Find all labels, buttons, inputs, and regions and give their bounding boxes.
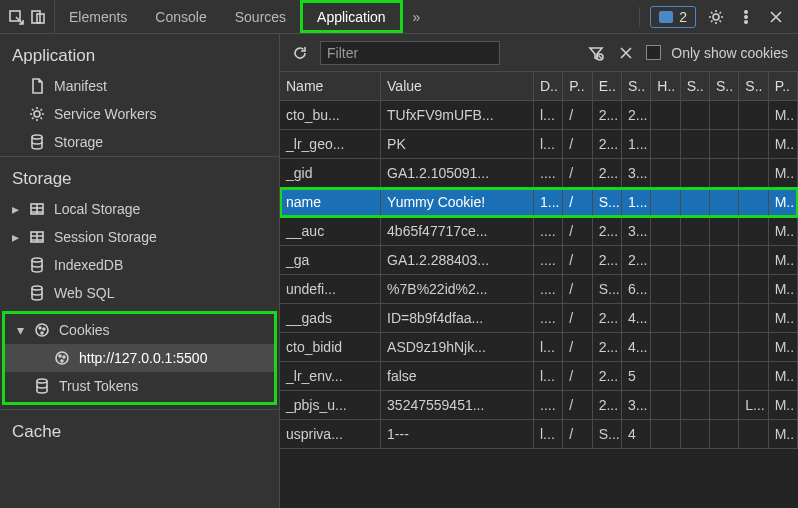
table-header-row: NameValueD..P..E..S..H..S..S..S..P.. [280,72,798,101]
table-row[interactable]: __gadsID=8b9f4dfaa......./2...4...M.. [280,304,798,333]
table-row[interactable]: nameYummy Cookie!1.../S...1...M.. [280,188,798,217]
table-cell: 2... [592,101,621,130]
svg-point-7 [34,111,40,117]
table-header-cell[interactable]: D.. [534,72,563,101]
issues-indicator[interactable]: 2 [650,6,696,28]
device-toolbar-icon[interactable] [28,7,48,27]
sidebar-item-local-storage[interactable]: ▸ Local Storage [0,195,279,223]
table-row[interactable]: __auc4b65f47717ce......./2...3...M.. [280,217,798,246]
tab-application[interactable]: Application [300,0,403,33]
table-row[interactable]: _lr_env...falsel.../2...5M.. [280,362,798,391]
table-cell: / [563,275,592,304]
table-header-cell[interactable]: E.. [592,72,621,101]
inspect-icon[interactable] [6,7,26,27]
table-cell [739,362,768,391]
sidebar-item-websql[interactable]: Web SQL [0,279,279,307]
sidebar-item-label: Cookies [59,322,110,338]
table-header-cell[interactable]: P.. [768,72,797,101]
table-cell: M.. [768,217,797,246]
table-row[interactable]: _lr_geo...PKl.../2...1...M.. [280,130,798,159]
svg-point-18 [59,355,61,357]
sidebar-item-cookies-origin[interactable]: http://127.0.0.1:5500 [5,344,274,372]
clear-filter-icon[interactable] [586,43,606,63]
sidebar-item-indexeddb[interactable]: IndexedDB [0,251,279,279]
tabs-overflow-icon[interactable]: » [403,0,431,33]
table-cell: S... [592,275,621,304]
table-row[interactable]: uspriva...1---l.../S...4M.. [280,420,798,449]
table-cell: l... [534,362,563,391]
table-cell: M.. [768,101,797,130]
svg-point-6 [745,20,747,22]
table-cell: .... [534,246,563,275]
table-row[interactable]: _pbjs_u...35247559451......./2...3...L..… [280,391,798,420]
table-cell [651,420,680,449]
cookies-table-wrap[interactable]: NameValueD..P..E..S..H..S..S..S..P.. cto… [280,72,798,508]
table-cell [680,420,709,449]
tab-elements[interactable]: Elements [55,0,141,33]
tab-sources[interactable]: Sources [221,0,300,33]
sidebar-item-session-storage[interactable]: ▸ Session Storage [0,223,279,251]
table-cell: 2... [621,101,650,130]
sidebar-item-storage-overview[interactable]: Storage [0,128,279,156]
tab-console[interactable]: Console [141,0,220,33]
table-header-cell[interactable]: P.. [563,72,592,101]
filter-input[interactable] [320,41,500,65]
gear-icon [28,106,46,122]
table-cell: GA1.2.105091... [381,159,534,188]
sidebar-item-cookies[interactable]: ▾ Cookies [5,316,274,344]
table-row[interactable]: undefi...%7B%22id%2......./S...6...M.. [280,275,798,304]
table-cell [739,217,768,246]
only-show-label: Only show cookies [671,45,788,61]
sidebar-item-trust-tokens[interactable]: Trust Tokens [5,372,274,400]
svg-point-14 [39,327,41,329]
table-cell [651,333,680,362]
table-cell [651,217,680,246]
table-cell: 2... [592,246,621,275]
table-header-cell[interactable]: Name [280,72,381,101]
table-cell: %7B%22id%2... [381,275,534,304]
table-cell: cto_bidid [280,333,381,362]
sidebar-item-manifest[interactable]: Manifest [0,72,279,100]
table-cell: M.. [768,391,797,420]
gear-icon[interactable] [706,7,726,27]
table-row[interactable]: cto_bu...TUfxFV9mUFB...l.../2...2...M.. [280,101,798,130]
table-cell [680,159,709,188]
table-cell: S... [592,188,621,217]
table-cell: PK [381,130,534,159]
table-header-cell[interactable]: S.. [709,72,738,101]
table-row[interactable]: _gidGA1.2.105091......./2...3...M.. [280,159,798,188]
table-cell: uspriva... [280,420,381,449]
kebab-menu-icon[interactable] [736,7,756,27]
table-header-cell[interactable]: H.. [651,72,680,101]
table-cell [709,246,738,275]
table-cell: .... [534,304,563,333]
table-cell: GA1.2.288403... [381,246,534,275]
table-cell: / [563,420,592,449]
table-cell [709,391,738,420]
sidebar-item-label: Session Storage [54,229,157,245]
table-cell: 2... [592,217,621,246]
table-cell [651,304,680,333]
table-row[interactable]: cto_bididASD9z19hNjk...l.../2...4...M.. [280,333,798,362]
clear-all-icon[interactable] [616,43,636,63]
close-icon[interactable] [766,7,786,27]
table-header-cell[interactable]: S.. [621,72,650,101]
sidebar-item-service-workers[interactable]: Service Workers [0,100,279,128]
table-row[interactable]: _gaGA1.2.288403......./2...2...M.. [280,246,798,275]
table-header-cell[interactable]: Value [381,72,534,101]
svg-point-20 [61,360,63,362]
table-cell: M.. [768,188,797,217]
table-cell: 4... [621,333,650,362]
section-storage: Storage [0,156,279,195]
table-cell: l... [534,420,563,449]
table-cell [709,159,738,188]
refresh-icon[interactable] [290,43,310,63]
table-header-cell[interactable]: S.. [680,72,709,101]
table-header-cell[interactable]: S.. [739,72,768,101]
table-cell: 4... [621,304,650,333]
table-cell [739,159,768,188]
table-cell [739,420,768,449]
table-cell: / [563,130,592,159]
table-cell: _lr_geo... [280,130,381,159]
only-show-checkbox[interactable] [646,45,661,60]
